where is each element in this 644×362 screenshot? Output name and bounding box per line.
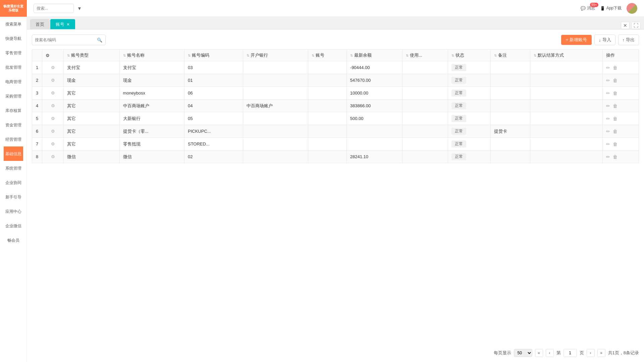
sidebar-item-ecommerce[interactable]: 电商管理 <box>4 74 23 89</box>
main-area: ▼ 💬 消息 99+ 📱 App下载 首页账号✕ ✕ ⛶ 🔍 <box>27 0 644 362</box>
page-number-input[interactable] <box>564 349 577 357</box>
edit-icon-1[interactable]: ✏ <box>606 78 610 83</box>
sidebar-item-system[interactable]: 系统管理 <box>4 161 23 175</box>
edit-icon-7[interactable]: ✏ <box>606 154 610 160</box>
table-row: 3⚙其它moneybosx0610000.00正常 ✏ 🗑 <box>32 87 639 100</box>
cell-default-settle-2 <box>530 87 603 100</box>
avatar[interactable] <box>627 3 637 14</box>
tab-account[interactable]: 账号✕ <box>50 19 75 29</box>
cell-usage-1 <box>402 74 448 87</box>
sidebar-item-app-center[interactable]: 应用中心 <box>4 204 23 219</box>
cell-settings-0[interactable]: ⚙ <box>42 61 64 74</box>
delete-icon-4[interactable]: 🗑 <box>613 116 618 121</box>
sidebar-item-search-menu[interactable]: 搜索菜单 <box>4 17 23 31</box>
tab-home[interactable]: 首页 <box>30 19 50 29</box>
sort-icon-type: ⇅ <box>67 54 70 57</box>
delete-icon-2[interactable]: 🗑 <box>613 90 618 96</box>
cell-type-7: 微信 <box>64 150 119 163</box>
edit-icon-2[interactable]: ✏ <box>606 90 610 96</box>
first-page-button[interactable]: « <box>535 349 543 357</box>
sidebar-item-operations[interactable]: 经营管理 <box>4 132 23 146</box>
cell-settings-2[interactable]: ⚙ <box>42 87 64 100</box>
sidebar-item-member[interactable]: 畅会员 <box>4 233 23 247</box>
sidebar-item-quick-nav[interactable]: 快捷导航 <box>4 31 23 46</box>
cell-remark-6 <box>491 138 530 150</box>
edit-icon-6[interactable]: ✏ <box>606 141 610 147</box>
edit-icon-0[interactable]: ✏ <box>606 65 610 70</box>
app-download-button[interactable]: 📱 App下载 <box>600 5 622 11</box>
global-search-input[interactable] <box>34 4 74 13</box>
logo-text: 畅捷通好生意 乐橙版 <box>3 4 23 12</box>
sidebar-item-basic-info[interactable]: 基础信息 <box>4 146 23 161</box>
col-header-bank[interactable]: ⇅开户银行 <box>243 50 308 61</box>
maximize-icon[interactable]: ⛶ <box>631 22 641 29</box>
sidebar-item-agreement[interactable]: 企业协同 <box>4 175 23 190</box>
action-buttons: + 新增账号 ↓ 导入 ↑ 导出 <box>561 35 639 45</box>
col-header-type[interactable]: ⇅账号类型 <box>64 50 119 61</box>
delete-icon-1[interactable]: 🗑 <box>613 78 618 83</box>
cell-settings-3[interactable]: ⚙ <box>42 100 64 112</box>
sort-icon-balance: ⇅ <box>350 54 353 57</box>
add-account-button[interactable]: + 新增账号 <box>561 35 592 45</box>
col-header-usage[interactable]: ⇅使用... <box>402 50 448 61</box>
next-page-button[interactable]: › <box>587 349 595 357</box>
cell-account-1 <box>308 74 346 87</box>
table-row: 6⚙其它提货卡（零...PICKUPC...正常提货卡 ✏ 🗑 <box>32 125 639 138</box>
cell-settings-5[interactable]: ⚙ <box>42 125 64 138</box>
sort-icon-bank: ⇅ <box>247 54 249 57</box>
cell-status-5: 正常 <box>448 125 491 138</box>
tab-label-account: 账号 <box>56 21 64 27</box>
sidebar-item-retail[interactable]: 零售管理 <box>4 46 23 60</box>
prev-page-button[interactable]: ‹ <box>546 349 554 357</box>
sidebar-item-finance[interactable]: 资金管理 <box>4 118 23 132</box>
cell-action-2: ✏ 🗑 <box>603 87 639 100</box>
cell-action-6: ✏ 🗑 <box>603 138 639 150</box>
sidebar-label-enterprise-wechat: 企业微信 <box>5 223 21 229</box>
cell-usage-6 <box>402 138 448 150</box>
sidebar-item-wholesale[interactable]: 批发管理 <box>4 60 23 74</box>
message-button[interactable]: 💬 消息 99+ <box>581 5 595 11</box>
message-badge: 99+ <box>590 3 598 7</box>
delete-icon-0[interactable]: 🗑 <box>613 65 618 70</box>
col-header-balance[interactable]: ⇅最新余额 <box>346 50 402 61</box>
edit-icon-3[interactable]: ✏ <box>606 103 610 109</box>
sidebar-item-purchase[interactable]: 采购管理 <box>4 89 23 103</box>
col-header-remark[interactable]: ⇅备注 <box>491 50 530 61</box>
cell-account-3 <box>308 100 346 112</box>
table-search-input[interactable] <box>35 38 97 42</box>
content-area: 🔍 + 新增账号 ↓ 导入 ↑ 导出 ⚙⇅账号类型⇅账号名称⇅账号编码⇅开户银行… <box>27 29 644 362</box>
sidebar-item-enterprise-wechat[interactable]: 企业微信 <box>4 219 23 233</box>
delete-icon-3[interactable]: 🗑 <box>613 103 618 109</box>
cell-action-3: ✏ 🗑 <box>603 100 639 112</box>
export-button[interactable]: ↑ 导出 <box>618 35 639 45</box>
cell-usage-5 <box>402 125 448 138</box>
delete-icon-7[interactable]: 🗑 <box>613 154 618 160</box>
import-button[interactable]: ↓ 导入 <box>594 35 615 45</box>
edit-icon-4[interactable]: ✏ <box>606 116 610 121</box>
sidebar-item-inventory[interactable]: 库存核算 <box>4 103 23 118</box>
dropdown-btn[interactable]: ▼ <box>77 6 82 11</box>
cell-usage-0 <box>402 61 448 74</box>
cell-settings-6[interactable]: ⚙ <box>42 138 64 150</box>
page-size-select[interactable]: 50 20 100 <box>514 349 532 357</box>
table-search-wrapper: 🔍 <box>32 35 106 45</box>
tab-close-account[interactable]: ✕ <box>66 22 70 27</box>
cell-settings-4[interactable]: ⚙ <box>42 112 64 125</box>
edit-icon-5[interactable]: ✏ <box>606 129 610 134</box>
page-suffix: 页 <box>580 350 584 356</box>
cell-settings-7[interactable]: ⚙ <box>42 150 64 163</box>
sidebar-item-guide[interactable]: 新手引导 <box>4 190 23 204</box>
tab-bar-right: ✕ ⛶ <box>621 22 641 29</box>
cell-default-settle-0 <box>530 61 603 74</box>
cell-settings-1[interactable]: ⚙ <box>42 74 64 87</box>
col-header-status[interactable]: ⇅状态 <box>448 50 491 61</box>
col-header-name[interactable]: ⇅账号名称 <box>119 50 184 61</box>
delete-icon-6[interactable]: 🗑 <box>613 141 618 147</box>
delete-icon-5[interactable]: 🗑 <box>613 129 618 134</box>
close-tab-icon[interactable]: ✕ <box>621 22 630 29</box>
col-header-account[interactable]: ⇅账号 <box>308 50 346 61</box>
col-header-default_settle[interactable]: ⇅默认结算方式 <box>530 50 603 61</box>
col-header-code[interactable]: ⇅账号编码 <box>184 50 243 61</box>
search-icon[interactable]: 🔍 <box>97 38 102 43</box>
last-page-button[interactable]: » <box>597 349 605 357</box>
